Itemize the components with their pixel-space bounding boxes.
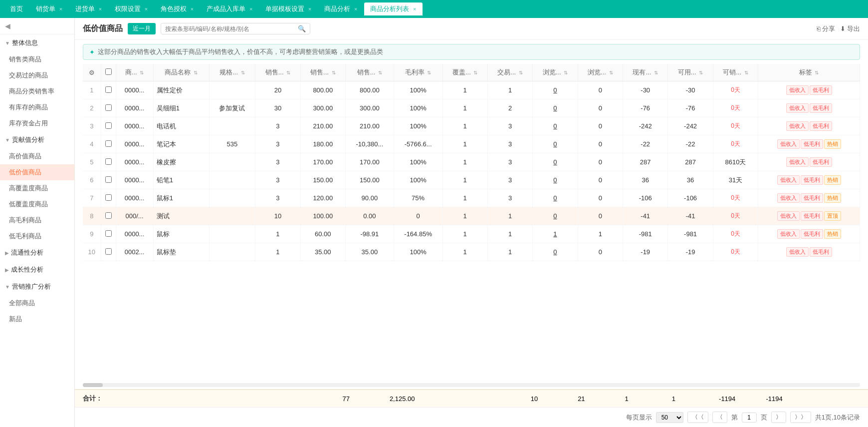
cell-views1[interactable]: 0 <box>533 207 578 225</box>
row-checkbox[interactable] <box>105 140 112 147</box>
cell-name[interactable]: 吴细细1 <box>153 99 209 117</box>
cell-checkbox[interactable] <box>101 99 116 117</box>
cell-views1[interactable]: 0 <box>533 135 578 153</box>
views-link[interactable]: 0 <box>553 176 557 184</box>
next-page-button[interactable]: 〉 <box>771 412 786 423</box>
search-icon[interactable]: 🔍 <box>298 25 306 32</box>
sidebar-item-high-value[interactable]: 高价值商品 <box>0 148 74 164</box>
nav-tab-analysis[interactable]: 商品分析 × <box>318 2 363 15</box>
sidebar-item-new-products[interactable]: 新品 <box>0 311 74 327</box>
views-link[interactable]: 1 <box>553 230 557 238</box>
col-margin-rate[interactable]: 毛利率 ⇅ <box>394 64 442 81</box>
col-sellable[interactable]: 可销... ⇅ <box>713 64 758 81</box>
sidebar-item-sales-products[interactable]: 销售类商品 <box>0 51 74 67</box>
row-checkbox[interactable] <box>105 86 112 93</box>
col-sales-qty[interactable]: 销售... ⇅ <box>255 64 300 81</box>
nav-tab-template[interactable]: 单据模板设置 × <box>259 2 317 15</box>
sidebar-item-low-value[interactable]: 低价值商品 <box>0 164 74 180</box>
page-number-input[interactable] <box>742 413 757 423</box>
sidebar-group-marketing[interactable]: ▼ 营销推广分析 <box>0 278 74 295</box>
close-icon[interactable]: × <box>99 6 102 12</box>
row-checkbox[interactable] <box>105 176 112 183</box>
sidebar-item-low-margin[interactable]: 低毛利商品 <box>0 228 74 244</box>
sidebar-group-liquidity[interactable]: ▶ 流通性分析 <box>0 244 74 261</box>
sidebar-item-category-sales-rate[interactable]: 商品分类销售率 <box>0 83 74 99</box>
sidebar-item-stocked-products[interactable]: 有库存的商品 <box>0 99 74 115</box>
sidebar-group-overall[interactable]: ▼ 整体信息 <box>0 34 74 51</box>
col-current-stock[interactable]: 现有... ⇅ <box>623 64 668 81</box>
row-checkbox[interactable] <box>105 158 112 165</box>
cell-views1[interactable]: 0 <box>533 243 578 261</box>
row-checkbox[interactable] <box>105 104 112 111</box>
last-page-button[interactable]: 〉〉 <box>790 412 811 423</box>
share-button[interactable]: ⎗ 分享 <box>817 24 835 33</box>
sidebar-item-stock-capital[interactable]: 库存资金占用 <box>0 115 74 131</box>
cell-name[interactable]: 测试 <box>153 207 209 225</box>
views-link[interactable]: 0 <box>553 194 557 202</box>
close-icon[interactable]: × <box>191 6 194 12</box>
sidebar-item-high-margin[interactable]: 高毛利商品 <box>0 212 74 228</box>
row-checkbox[interactable] <box>105 122 112 129</box>
close-icon[interactable]: × <box>249 6 252 12</box>
sidebar-collapse-btn[interactable]: ◀ <box>5 22 10 30</box>
views-link[interactable]: 0 <box>553 248 557 256</box>
nav-tab-permission[interactable]: 权限设置 × <box>109 2 154 15</box>
select-all-checkbox[interactable] <box>105 68 112 75</box>
views-link[interactable]: 0 <box>553 86 557 94</box>
cell-views1[interactable]: 1 <box>533 225 578 243</box>
nav-tab-role[interactable]: 角色授权 × <box>155 2 200 15</box>
row-checkbox[interactable] <box>105 230 112 237</box>
horizontal-scrollbar[interactable] <box>83 383 860 387</box>
nav-tab-purchase[interactable]: 进货单 × <box>69 2 108 15</box>
col-tags[interactable]: 标签 ⇅ <box>758 64 860 81</box>
views-link[interactable]: 0 <box>553 140 557 148</box>
col-spec[interactable]: 规格... ⇅ <box>209 64 255 81</box>
cell-views1[interactable]: 0 <box>533 81 578 99</box>
cell-name[interactable]: 笔记本 <box>153 135 209 153</box>
cell-views1[interactable]: 0 <box>533 171 578 189</box>
sidebar-item-all-products[interactable]: 全部商品 <box>0 295 74 311</box>
views-link[interactable]: 0 <box>553 212 557 220</box>
views-link[interactable]: 0 <box>553 104 557 112</box>
nav-tab-analysis-list[interactable]: 商品分析列表 × <box>364 2 422 15</box>
search-input[interactable] <box>165 25 296 32</box>
cell-checkbox[interactable] <box>101 81 116 99</box>
col-name[interactable]: 商品名称 ⇅ <box>153 64 209 81</box>
close-icon[interactable]: × <box>308 6 311 12</box>
cell-name[interactable]: 电话机 <box>153 117 209 135</box>
cell-checkbox[interactable] <box>101 189 116 207</box>
cell-name[interactable]: 属性定价 <box>153 81 209 99</box>
col-sales-cost[interactable]: 销售... ⇅ <box>345 64 394 81</box>
cell-checkbox[interactable] <box>101 153 116 171</box>
col-settings[interactable]: ⚙ <box>83 64 101 81</box>
col-code[interactable]: 商... ⇅ <box>116 64 153 81</box>
sidebar-item-traded-products[interactable]: 交易过的商品 <box>0 67 74 83</box>
cell-name[interactable]: 鼠标1 <box>153 189 209 207</box>
col-sales-amt[interactable]: 销售... ⇅ <box>300 64 345 81</box>
sidebar-group-growth[interactable]: ▶ 成长性分析 <box>0 261 74 278</box>
col-views1[interactable]: 浏览... ⇅ <box>533 64 578 81</box>
nav-tab-product-stock[interactable]: 产成品入库单 × <box>201 2 258 15</box>
views-link[interactable]: 0 <box>553 122 557 130</box>
cell-views1[interactable]: 0 <box>533 117 578 135</box>
row-checkbox[interactable] <box>105 212 112 219</box>
cell-checkbox[interactable] <box>101 171 116 189</box>
prev-page-button[interactable]: 〈 <box>712 412 727 423</box>
col-coverage[interactable]: 覆盖... ⇅ <box>442 64 487 81</box>
col-available-stock[interactable]: 可用... ⇅ <box>668 64 713 81</box>
views-link[interactable]: 0 <box>553 158 557 166</box>
row-checkbox[interactable] <box>105 248 112 255</box>
cell-views1[interactable]: 0 <box>533 189 578 207</box>
cell-name[interactable]: 鼠标垫 <box>153 243 209 261</box>
sidebar-item-low-coverage[interactable]: 低覆盖度商品 <box>0 196 74 212</box>
close-icon[interactable]: × <box>145 6 148 12</box>
cell-checkbox[interactable] <box>101 225 116 243</box>
row-checkbox[interactable] <box>105 194 112 201</box>
cell-name[interactable]: 鼠标 <box>153 225 209 243</box>
scrollbar-thumb[interactable] <box>83 383 103 387</box>
cell-name[interactable]: 铅笔1 <box>153 171 209 189</box>
cell-checkbox[interactable] <box>101 135 116 153</box>
first-page-button[interactable]: 〈〈 <box>687 412 708 423</box>
col-views2[interactable]: 浏览... ⇅ <box>578 64 623 81</box>
cell-name[interactable]: 橡皮擦 <box>153 153 209 171</box>
